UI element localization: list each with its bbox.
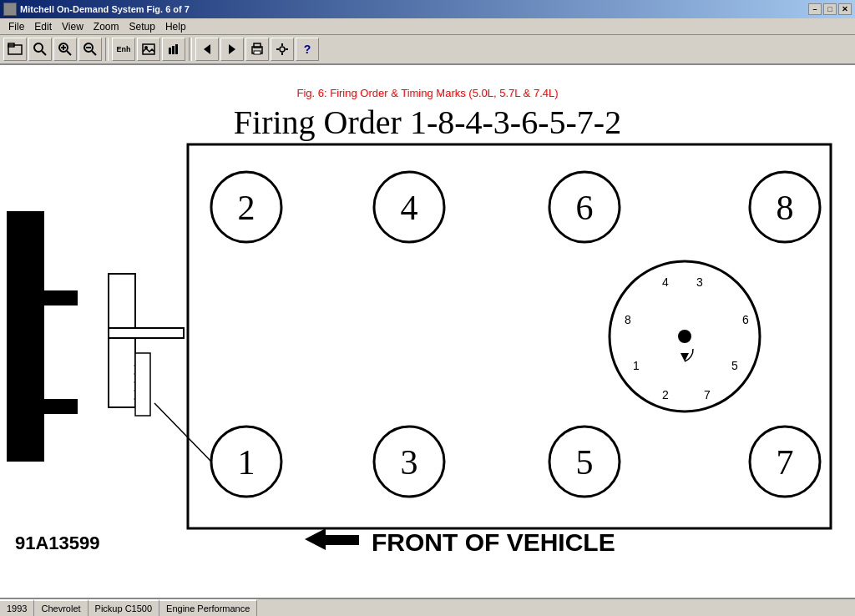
svg-rect-59 bbox=[7, 211, 44, 462]
svg-text:91A13599: 91A13599 bbox=[15, 533, 100, 553]
close-button[interactable]: ✕ bbox=[838, 3, 852, 15]
toolbar-back[interactable] bbox=[195, 38, 219, 61]
svg-text:7: 7 bbox=[777, 443, 794, 482]
svg-line-3 bbox=[42, 51, 46, 55]
svg-point-2 bbox=[34, 43, 43, 52]
window-title: Mitchell On-Demand System Fig. 6 of 7 bbox=[20, 4, 190, 14]
svg-rect-56 bbox=[109, 274, 135, 407]
toolbar-sep-1 bbox=[105, 38, 109, 61]
status-bar: 1993 Chevrolet Pickup C1500 Engine Perfo… bbox=[0, 598, 855, 616]
svg-text:6: 6 bbox=[742, 313, 749, 326]
toolbar-search[interactable] bbox=[28, 38, 52, 61]
svg-text:Firing Order 1-8-4-3-6-5-7-2: Firing Order 1-8-4-3-6-5-7-2 bbox=[234, 104, 621, 141]
svg-text:Fig. 6:  Firing Order & Timing: Fig. 6: Firing Order & Timing Marks (5.0… bbox=[296, 87, 558, 99]
svg-line-10 bbox=[92, 51, 96, 55]
svg-rect-60 bbox=[7, 290, 78, 305]
svg-text:1: 1 bbox=[238, 443, 255, 482]
svg-text:5: 5 bbox=[731, 359, 738, 372]
svg-text:2: 2 bbox=[238, 189, 255, 227]
menu-view[interactable]: View bbox=[57, 19, 89, 34]
toolbar-forward[interactable] bbox=[220, 38, 244, 61]
svg-rect-58 bbox=[135, 353, 150, 416]
app-icon bbox=[3, 3, 17, 16]
toolbar-zoom-in[interactable] bbox=[53, 38, 77, 61]
maximize-button[interactable]: □ bbox=[823, 3, 837, 15]
svg-text:3: 3 bbox=[401, 443, 418, 482]
menu-setup[interactable]: Setup bbox=[124, 19, 160, 34]
status-tab-model[interactable]: Pickup C1500 bbox=[89, 599, 160, 616]
svg-marker-17 bbox=[229, 44, 235, 54]
main-content: Fig. 6: Firing Order & Timing Marks (5.0… bbox=[0, 65, 855, 598]
svg-rect-19 bbox=[254, 43, 261, 48]
menu-zoom[interactable]: Zoom bbox=[89, 19, 124, 34]
svg-rect-20 bbox=[254, 51, 261, 54]
status-tab-category[interactable]: Engine Performance bbox=[159, 599, 257, 616]
toolbar-help[interactable]: ? bbox=[296, 38, 319, 61]
svg-text:6: 6 bbox=[576, 189, 594, 227]
svg-marker-64 bbox=[305, 528, 326, 550]
svg-text:FRONT OF VEHICLE: FRONT OF VEHICLE bbox=[372, 528, 615, 556]
svg-line-7 bbox=[67, 51, 71, 55]
svg-point-46 bbox=[678, 330, 691, 343]
svg-rect-65 bbox=[326, 535, 359, 545]
svg-text:7: 7 bbox=[704, 388, 711, 401]
toolbar-sep-2 bbox=[189, 38, 192, 61]
toolbar-open[interactable] bbox=[3, 38, 27, 61]
status-tab-year[interactable]: 1993 bbox=[0, 599, 34, 616]
svg-rect-57 bbox=[109, 328, 184, 338]
minimize-button[interactable]: – bbox=[808, 3, 822, 15]
svg-text:4: 4 bbox=[662, 275, 669, 289]
svg-text:3: 3 bbox=[696, 275, 703, 289]
svg-marker-16 bbox=[204, 44, 210, 54]
status-tab-make[interactable]: Chevrolet bbox=[34, 599, 88, 616]
svg-rect-61 bbox=[7, 399, 78, 414]
svg-rect-14 bbox=[172, 46, 175, 54]
svg-text:1: 1 bbox=[633, 359, 640, 372]
svg-text:5: 5 bbox=[576, 443, 594, 482]
toolbar-enhance[interactable]: Enh bbox=[112, 38, 135, 61]
toolbar-zoom-out[interactable] bbox=[78, 38, 102, 61]
menu-bar: File Edit View Zoom Setup Help bbox=[0, 18, 855, 35]
svg-text:4: 4 bbox=[401, 189, 418, 227]
title-bar: Mitchell On-Demand System Fig. 6 of 7 – … bbox=[0, 0, 855, 18]
svg-rect-15 bbox=[175, 44, 178, 54]
title-bar-left: Mitchell On-Demand System Fig. 6 of 7 bbox=[3, 3, 190, 16]
title-bar-buttons[interactable]: – □ ✕ bbox=[808, 3, 852, 15]
toolbar-graph[interactable] bbox=[162, 38, 185, 61]
svg-text:2: 2 bbox=[662, 388, 669, 401]
svg-point-21 bbox=[280, 47, 285, 52]
svg-text:8: 8 bbox=[625, 313, 631, 326]
menu-help[interactable]: Help bbox=[160, 19, 191, 34]
toolbar-settings[interactable] bbox=[271, 38, 294, 61]
toolbar: Enh ? bbox=[0, 35, 855, 65]
diagram-svg: Fig. 6: Firing Order & Timing Marks (5.0… bbox=[0, 65, 855, 598]
svg-text:8: 8 bbox=[777, 189, 794, 227]
toolbar-image[interactable] bbox=[137, 38, 160, 61]
menu-file[interactable]: File bbox=[3, 19, 29, 34]
svg-rect-13 bbox=[169, 48, 171, 54]
menu-edit[interactable]: Edit bbox=[29, 19, 57, 34]
toolbar-print[interactable] bbox=[245, 38, 269, 61]
